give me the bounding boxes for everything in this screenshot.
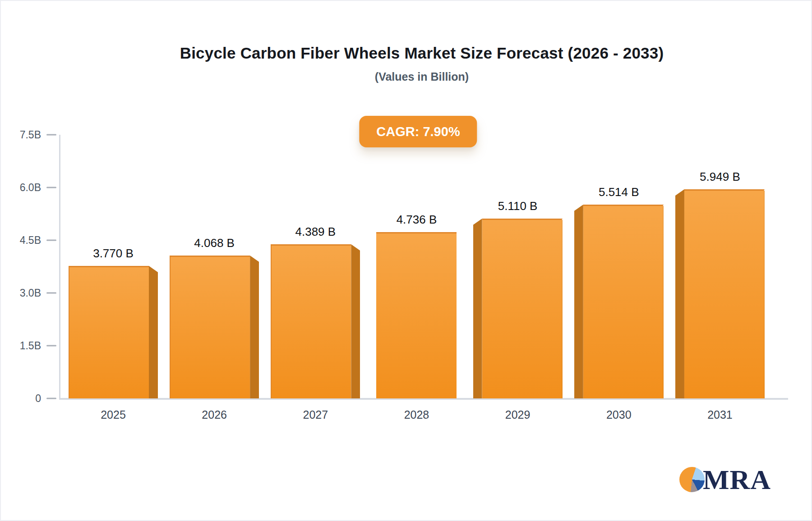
x-axis-label: 2025 xyxy=(69,408,158,421)
bar xyxy=(473,219,563,398)
y-axis-ticks: 01.5B3.0B4.5B6.0B7.5B xyxy=(1,135,56,398)
bar-face xyxy=(271,244,351,398)
tick-dash-icon xyxy=(46,240,56,241)
y-axis-tick-label: 4.5B xyxy=(20,234,41,247)
y-axis-tick-label: 1.5B xyxy=(20,340,41,352)
bar-value-label: 5.110 B xyxy=(498,199,538,213)
bar xyxy=(372,232,461,398)
x-axis-label: 2026 xyxy=(170,408,259,421)
bar-group: 5.514 B2030 xyxy=(574,185,664,398)
bar-face xyxy=(69,266,149,398)
bar-face xyxy=(376,232,457,398)
x-axis-label: 2030 xyxy=(574,408,664,421)
bar-face xyxy=(583,205,664,398)
x-axis-label: 2028 xyxy=(372,408,461,421)
chart-title: Bicycle Carbon Fiber Wheels Market Size … xyxy=(61,44,783,62)
x-axis-label: 2027 xyxy=(271,408,360,421)
y-axis-tick: 0 xyxy=(35,393,56,405)
bar-side-shadow xyxy=(149,266,158,398)
y-axis-tick-label: 7.5B xyxy=(20,129,41,141)
y-axis-tick-label: 0 xyxy=(35,393,41,405)
bar-face xyxy=(684,189,765,398)
bar-value-label: 4.736 B xyxy=(397,213,437,227)
bar-group: 4.389 B2027 xyxy=(271,225,360,398)
bar-side-shadow xyxy=(351,244,360,398)
bar xyxy=(574,205,664,398)
chart-canvas: Bicycle Carbon Fiber Wheels Market Size … xyxy=(0,0,812,521)
bar xyxy=(675,189,765,398)
y-axis-line xyxy=(59,135,60,399)
y-axis-tick: 4.5B xyxy=(20,234,56,247)
bar-value-label: 5.949 B xyxy=(700,170,740,184)
pie-chart-logo-icon xyxy=(679,467,705,492)
chart-header: Bicycle Carbon Fiber Wheels Market Size … xyxy=(61,44,783,83)
y-axis-tick: 6.0B xyxy=(20,182,56,194)
bar-face xyxy=(170,256,250,398)
bar-value-label: 3.770 B xyxy=(93,247,134,260)
bar xyxy=(69,266,158,398)
bar-group: 4.736 B2028 xyxy=(372,213,461,398)
brand-logo-text: MRA xyxy=(703,466,771,494)
y-axis-tick: 3.0B xyxy=(20,287,56,299)
bars-row: 3.770 B20254.068 B20264.389 B20274.736 B… xyxy=(69,135,765,398)
bar-group: 4.068 B2026 xyxy=(170,236,259,398)
y-axis-tick: 7.5B xyxy=(20,129,56,141)
y-axis-tick: 1.5B xyxy=(20,340,56,352)
bar-face xyxy=(482,219,563,398)
bar-group: 5.110 B2029 xyxy=(473,199,563,398)
tick-dash-icon xyxy=(46,345,56,347)
tick-dash-icon xyxy=(46,292,56,294)
bar-side-shadow xyxy=(473,219,482,398)
bar-group: 3.770 B2025 xyxy=(69,247,158,398)
x-axis-label: 2029 xyxy=(473,408,563,421)
tick-dash-icon xyxy=(46,398,56,399)
bar-side-shadow xyxy=(675,189,684,398)
bar-value-label: 4.068 B xyxy=(194,236,235,250)
brand-logo: MRA xyxy=(679,466,771,494)
bar xyxy=(271,244,360,398)
chart-subtitle: (Values in Billion) xyxy=(61,70,783,83)
tick-dash-icon xyxy=(46,187,56,188)
bar-value-label: 4.389 B xyxy=(295,225,336,239)
bar-value-label: 5.514 B xyxy=(599,185,639,199)
tick-dash-icon xyxy=(46,134,56,136)
bar-group: 5.949 B2031 xyxy=(675,170,765,398)
bar-side-shadow xyxy=(574,205,583,398)
y-axis-tick-label: 3.0B xyxy=(20,287,41,299)
y-axis-tick-label: 6.0B xyxy=(20,182,41,194)
bar-side-shadow xyxy=(250,256,259,398)
bar xyxy=(170,256,259,398)
x-axis-label: 2031 xyxy=(675,408,765,421)
